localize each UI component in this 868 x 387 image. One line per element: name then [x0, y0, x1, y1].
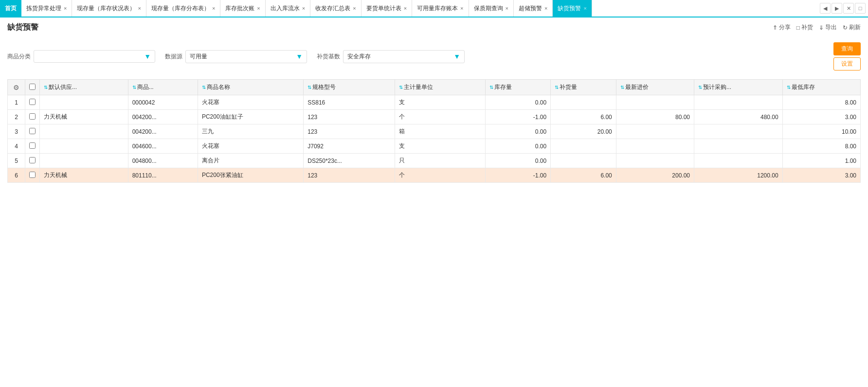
row-index-1: 2 [8, 110, 25, 124]
th-checkbox[interactable] [25, 80, 40, 95]
category-select[interactable]: ▼ [34, 50, 155, 63]
th-min-stock[interactable]: ⇅最低库存 [782, 80, 860, 95]
th-spec[interactable]: ⇅规格型号 [304, 80, 395, 95]
nav-tab-7[interactable]: 要货单统计表× [362, 0, 412, 17]
th-replenish-qty[interactable]: ⇅补货量 [551, 80, 616, 95]
nav-tab-6[interactable]: 收发存汇总表× [310, 0, 361, 17]
estimated-purchase-5: 1200.00 [694, 168, 783, 183]
unit-4: 只 [395, 154, 485, 168]
unit-0: 支 [395, 95, 485, 110]
th-product-code[interactable]: ⇅商品... [128, 80, 198, 95]
nav-tab-0[interactable]: 首页 [0, 0, 21, 17]
select-all-checkbox[interactable] [29, 84, 36, 90]
nav-tab-8[interactable]: 可用量库存账本× [412, 0, 469, 17]
tab-close-icon-1[interactable]: × [64, 5, 67, 11]
row-index-4: 5 [8, 154, 25, 168]
min-stock-3: 8.00 [782, 139, 860, 154]
row-index-0: 1 [8, 95, 25, 110]
th-unit[interactable]: ⇅主计量单位 [395, 80, 485, 95]
row-checkbox-0[interactable] [29, 99, 36, 105]
replenish-qty-2: 20.00 [551, 124, 616, 139]
tab-close-icon-10[interactable]: × [544, 5, 547, 11]
nav-tab-5[interactable]: 出入库流水× [266, 0, 310, 17]
product-code-5: 801110... [128, 168, 198, 183]
latest-price-2 [616, 124, 694, 139]
tab-close-icon-8[interactable]: × [460, 5, 463, 11]
nav-tab-11[interactable]: 缺货预警× [553, 0, 592, 17]
row-checkbox-4[interactable] [29, 157, 36, 163]
nav-maximize-button[interactable]: □ [855, 3, 866, 14]
tab-close-icon-7[interactable]: × [404, 5, 407, 11]
tab-close-icon-6[interactable]: × [353, 5, 356, 11]
settings-button[interactable]: 设置 [833, 57, 861, 70]
nav-tab-3[interactable]: 现存量（库存分布表）× [146, 0, 220, 17]
row-checkbox-1[interactable] [29, 113, 36, 120]
replenish-base-select[interactable]: 安全库存 ▼ [343, 50, 465, 63]
row-checkbox-3[interactable] [29, 142, 36, 149]
datasource-value: 可用量 [190, 53, 207, 61]
sort-name-icon: ⇅ [202, 85, 206, 90]
tab-close-icon-4[interactable]: × [257, 5, 260, 11]
row-checkbox-cell-4[interactable] [25, 154, 40, 168]
sort-supplier-icon: ⇅ [44, 85, 48, 90]
tab-close-icon-5[interactable]: × [302, 5, 305, 11]
product-code-4: 004800... [128, 154, 198, 168]
th-default-supplier[interactable]: ⇅默认供应... [40, 80, 128, 95]
tab-close-icon-3[interactable]: × [212, 5, 215, 11]
supplier-4 [40, 154, 128, 168]
replenish-label: 补货 [801, 23, 813, 32]
row-checkbox-2[interactable] [29, 128, 36, 134]
nav-tab-9[interactable]: 保质期查询× [469, 0, 514, 17]
latest-price-5: 200.00 [616, 168, 694, 183]
share-button[interactable]: ⇑ 分享 [773, 23, 791, 32]
stock-qty-2: 0.00 [485, 124, 551, 139]
spec-0: SS816 [304, 95, 395, 110]
latest-price-4 [616, 154, 694, 168]
refresh-icon: ↻ [843, 24, 848, 31]
tab-close-icon-2[interactable]: × [138, 5, 141, 11]
min-stock-0: 8.00 [782, 95, 860, 110]
tab-close-icon-9[interactable]: × [506, 5, 508, 11]
row-index-2: 3 [8, 124, 25, 139]
th-settings[interactable]: ⚙ [8, 80, 25, 95]
datasource-select[interactable]: 可用量 ▼ [185, 50, 307, 63]
supplier-2 [40, 124, 128, 139]
nav-prev-button[interactable]: ◀ [820, 3, 831, 14]
th-estimated-purchase[interactable]: ⇅预计采购... [694, 80, 783, 95]
row-checkbox-cell-1[interactable] [25, 110, 40, 124]
nav-tab-2[interactable]: 现存量（库存状况表）× [72, 0, 146, 17]
supplier-5: 力天机械 [40, 168, 128, 183]
replenish-base-filter-group: 补货基数 安全库存 ▼ [317, 50, 465, 63]
stock-qty-4: 0.00 [485, 154, 551, 168]
sort-price-icon: ⇅ [620, 85, 624, 90]
nav-tab-4[interactable]: 库存批次账× [220, 0, 265, 17]
sort-spec-icon: ⇅ [307, 85, 311, 90]
th-stock-qty[interactable]: ⇅库存量 [485, 80, 551, 95]
row-checkbox-cell-0[interactable] [25, 95, 40, 110]
replenish-button[interactable]: □ 补货 [796, 23, 813, 32]
refresh-button[interactable]: ↻ 刷新 [843, 23, 861, 32]
nav-next-button[interactable]: ▶ [832, 3, 842, 14]
th-product-name[interactable]: ⇅商品名称 [198, 80, 303, 95]
estimated-purchase-4 [694, 154, 783, 168]
replenish-qty-5: 6.00 [551, 168, 616, 183]
nav-arrows: ◀ ▶ ✕ □ [817, 3, 868, 14]
table-row: 2力天机械004200...PC200油缸缸子123个-1.006.0080.0… [8, 110, 861, 124]
stock-qty-0: 0.00 [485, 95, 551, 110]
settings-gear-icon[interactable]: ⚙ [13, 84, 19, 91]
estimated-purchase-1: 480.00 [694, 110, 783, 124]
th-latest-price[interactable]: ⇅最新进价 [616, 80, 694, 95]
row-checkbox-cell-5[interactable] [25, 168, 40, 183]
tab-close-icon-11[interactable]: × [583, 5, 586, 11]
replenish-base-label: 补货基数 [317, 53, 340, 61]
nav-tab-1[interactable]: 拣货异常处理× [21, 0, 72, 17]
row-checkbox-cell-2[interactable] [25, 124, 40, 139]
query-button[interactable]: 查询 [833, 42, 861, 55]
nav-close-button[interactable]: ✕ [843, 3, 854, 14]
export-button[interactable]: ⇓ 导出 [819, 23, 837, 32]
row-checkbox-5[interactable] [29, 172, 36, 178]
datasource-label: 数据源 [165, 53, 182, 61]
row-checkbox-cell-3[interactable] [25, 139, 40, 154]
replenish-qty-0 [551, 95, 616, 110]
nav-tab-10[interactable]: 超储预警× [514, 0, 553, 17]
